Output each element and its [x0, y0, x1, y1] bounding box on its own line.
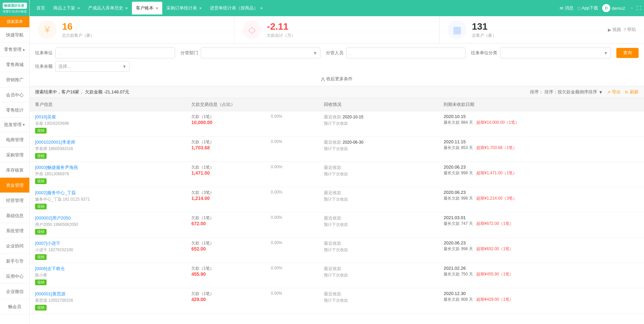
- sidebar-item-inventory[interactable]: 库存核算: [0, 163, 29, 178]
- overdue-link[interactable]: 超期¥1,214.00（3笔）: [476, 196, 517, 201]
- table-header-row: 客户信息 欠款交易信息（占比） 回收情况 到期未收款日期: [30, 98, 644, 111]
- customer-name-link[interactable]: [000001]黄思源: [35, 291, 65, 296]
- sidebar-item-chang-member[interactable]: 畅会员: [0, 299, 29, 314]
- debt-percent: 0.00%: [271, 266, 313, 270]
- export-button[interactable]: ↗ 导出: [607, 89, 621, 95]
- collection-cell: 最近收款 2020-10-15 预计下次收款: [318, 111, 438, 137]
- filter-input-person[interactable]: ...: [346, 48, 466, 58]
- customer-name-link[interactable]: [0007]小进干: [35, 241, 60, 246]
- customer-info-cell: [0002]服务中心_丁磊 服务中心_丁磊 181 0125 8371 现销: [30, 187, 186, 212]
- avatar: D: [602, 4, 610, 12]
- debt-amount: 1,471.00: [191, 170, 260, 176]
- debt-percent: 0.00%: [271, 165, 313, 169]
- overdue-link[interactable]: 超期¥672.00（1笔）: [476, 221, 513, 226]
- sidebar-item-newbie-guide[interactable]: 新手引导: [0, 254, 29, 269]
- tab-close-icon[interactable]: ✕: [260, 6, 263, 10]
- debt-amount: 1,214.00: [191, 196, 260, 201]
- collapse-button[interactable]: ⋀ 收起更多条件: [35, 75, 639, 83]
- debt-count: 欠款（1笔）: [191, 139, 260, 145]
- filter-row-2: 往来余额 选择... ▼: [35, 61, 639, 72]
- customer-name-link[interactable]: [0003]畅捷服务尹海燕: [35, 165, 78, 170]
- search-button[interactable]: 查询: [616, 48, 639, 58]
- sidebar-item-wholesale-mgmt[interactable]: 批发管理▼: [0, 118, 29, 132]
- overdue-link[interactable]: 超期¥429.00（1笔）: [476, 297, 513, 302]
- sidebar-item-app-center[interactable]: 应用中心: [0, 269, 29, 284]
- overdue-cell: 2020.10.15 最长欠款 884 天 超期¥10,000.00（1笔）: [438, 111, 644, 137]
- refresh-button[interactable]: ↻ 刷新: [625, 89, 639, 95]
- sidebar-item-retail-mall[interactable]: 零售商城: [0, 57, 29, 72]
- tab-close-icon[interactable]: ✕: [125, 6, 128, 10]
- tab-close-icon[interactable]: ✕: [77, 6, 80, 10]
- tab-close-icon[interactable]: ✕: [156, 6, 158, 10]
- sidebar-item-enterprise-collab[interactable]: 企业协同: [0, 238, 29, 254]
- tab-close-icon[interactable]: ✕: [199, 6, 202, 10]
- debt-count: 欠款（1笔）: [191, 240, 260, 246]
- collection-cell: 最近收款 预计下次收款: [318, 288, 438, 314]
- user-avatar-btn[interactable]: D demo2: [602, 4, 625, 12]
- sidebar-item-operation[interactable]: 经营管理: [0, 193, 29, 208]
- minimize-icon[interactable]: －: [629, 5, 635, 11]
- sidebar-item-basic-info[interactable]: 基础信息: [0, 208, 29, 223]
- window-controls: － ⛶: [629, 5, 641, 11]
- sidebar-item-retail-stats[interactable]: 零售统计: [0, 102, 29, 118]
- tab-product-history[interactable]: 产成品入库单历史✕: [84, 2, 132, 14]
- sidebar-item-enterprise-wechat[interactable]: 企业微信: [0, 284, 29, 299]
- message-btn[interactable]: ✉ 消息: [560, 5, 573, 11]
- sidebar-item-system[interactable]: 系统管理: [0, 223, 29, 238]
- overdue-link[interactable]: 超期¥455.90（1笔）: [476, 272, 513, 276]
- filter-label-dept: 分管部门: [180, 50, 198, 56]
- tab-product-shelf[interactable]: 商品上下架✕: [49, 2, 84, 14]
- sort-select[interactable]: 排序： 排序：按欠款金额倒序排序 ▼: [530, 89, 603, 95]
- customer-name-link[interactable]: [000002]用户2050: [35, 215, 71, 220]
- sidebar-item-member-center[interactable]: 会员中心: [0, 87, 29, 102]
- sidebar-item-purchase[interactable]: 采购管理: [0, 147, 29, 163]
- overdue-link[interactable]: 超期¥10,000.00（1笔）: [476, 120, 519, 125]
- sidebar-item-quick-nav[interactable]: 快捷导航: [0, 27, 29, 42]
- table-row: [0007]小进干 小进干 18279152100 现销 欠款（1笔） 652.…: [30, 238, 644, 263]
- tab-inbound-stats[interactable]: 进货单统计表（按商品）✕: [206, 2, 267, 14]
- recent-collect: 最近收款 2020-10-15: [324, 114, 433, 120]
- next-collect: 预计下次收款: [324, 272, 433, 278]
- customer-name-link[interactable]: [0002]服务中心_丁磊: [35, 190, 76, 195]
- results-bar: 搜索结果中，客户16家， 欠款金额 -21,148.07元 排序： 排序：按欠款…: [30, 86, 644, 98]
- overdue-date: 2020.06.23: [444, 190, 639, 195]
- overdue-link[interactable]: 超期¥652.00（1笔）: [476, 246, 513, 251]
- sidebar-nav: 快捷导航 零售管理▲ 零售商城 营销推广 会员中心 零售统计 批发管理▼ 电商管…: [0, 27, 29, 324]
- filter-select-dept[interactable]: ▼: [201, 48, 320, 58]
- filter-select-balance[interactable]: 选择... ▼: [55, 61, 130, 72]
- sidebar-item-marketing[interactable]: 营销推广: [0, 72, 29, 87]
- sidebar-item-retail-mgmt[interactable]: 零售管理▲: [0, 42, 29, 57]
- maximize-icon[interactable]: ⛶: [636, 5, 641, 11]
- video-btn[interactable]: ▶ 视频: [608, 27, 621, 33]
- stat-label-debt-total: 欠款合计（万）: [267, 33, 295, 38]
- tab-customer-ledger[interactable]: 客户账本✕: [132, 2, 162, 14]
- filter-item-dept: 分管部门 ▼: [180, 48, 320, 58]
- overdue-days: 最长欠款 998 天 超期¥1,471.00（1笔）: [444, 170, 639, 176]
- overdue-link[interactable]: 超期¥1,703.68（1笔）: [476, 145, 517, 150]
- tab-purchase-stats[interactable]: 采购订单统计表✕: [162, 2, 206, 14]
- filter-select-category[interactable]: ▼: [500, 48, 611, 58]
- filter-label-person: 分管人员: [326, 50, 343, 56]
- tab-home[interactable]: 首页: [32, 2, 49, 14]
- logo-area: 畅捷通好生意 母婴行业演示账套: [0, 0, 29, 16]
- customer-name-link[interactable]: [0016]吴俊: [35, 114, 56, 119]
- debt-percent-cell: 0.00%: [265, 288, 319, 314]
- overdue-date: 2020.11.15: [444, 139, 639, 144]
- sidebar-item-ecommerce[interactable]: 电商管理: [0, 132, 29, 147]
- filter-input-vendor[interactable]: ...: [55, 48, 175, 58]
- debt-amount: 672.00: [191, 221, 260, 226]
- sidebar-item-finance[interactable]: 资金管理: [0, 178, 29, 193]
- overdue-date: 2020.12.30: [444, 291, 639, 296]
- search-menu[interactable]: 搜索菜单: [0, 16, 29, 27]
- customer-info-cell: [0003]畅捷服务尹海燕 尹燕 18513066976 现销: [30, 162, 186, 187]
- customer-table: 客户信息 欠款交易信息（占比） 回收情况 到期未收款日期 [0016]吴俊 吴俊…: [30, 98, 644, 314]
- help-btn[interactable]: ? 帮助: [624, 27, 636, 33]
- customer-info-cell: [0001020001]李老师 李老师 18600391516 现销: [30, 137, 186, 162]
- next-collect: 预计下次收款: [324, 146, 433, 152]
- export-icon: ↗: [607, 90, 611, 95]
- overdue-link[interactable]: 超期¥1,471.00（1笔）: [476, 171, 517, 175]
- customer-name-link[interactable]: [0006]去下粮仓: [35, 266, 65, 271]
- customer-name-link[interactable]: [0001020001]李老师: [35, 140, 75, 145]
- app-download-btn[interactable]: □ App下载: [578, 5, 598, 11]
- table-row: [0016]吴俊 吴俊 13026203696 现销 欠款（1笔） 10,000…: [30, 111, 644, 137]
